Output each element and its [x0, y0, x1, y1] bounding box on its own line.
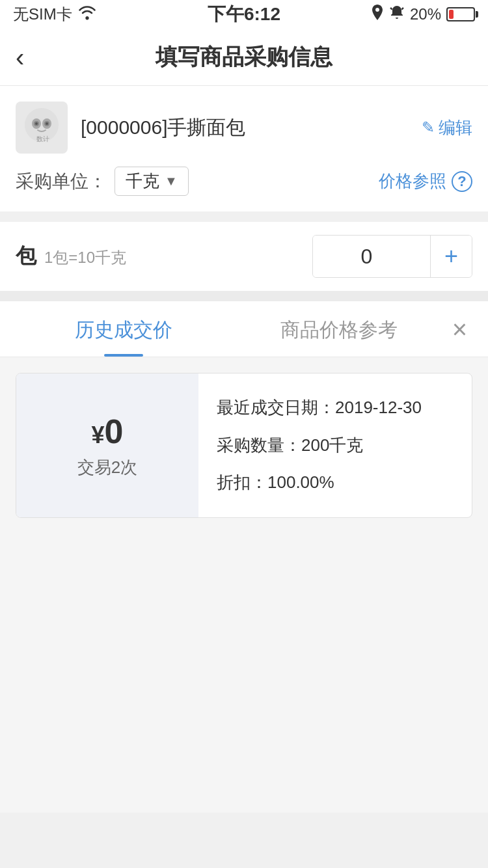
back-button[interactable]: ‹: [16, 44, 24, 70]
purchase-unit-left: 采购单位： 千克 ▼: [16, 167, 189, 196]
unit-dropdown[interactable]: 千克 ▼: [115, 167, 189, 196]
price-ref-label: 价格参照: [379, 170, 446, 193]
status-right: 20%: [371, 5, 475, 24]
bottom-area: [0, 552, 488, 813]
history-content: ¥0 交易2次 最近成交日期：2019-12-30 采购数量：200千克 折扣：…: [0, 357, 488, 552]
quantity-unit: 包: [16, 242, 36, 271]
svg-text:数计: 数计: [36, 135, 49, 142]
history-trades: 交易2次: [77, 456, 137, 479]
section-divider: [0, 291, 488, 301]
currency-symbol: ¥: [92, 422, 105, 448]
price-reference-button[interactable]: 价格参照 ?: [379, 170, 472, 193]
purchase-qty-row: 采购数量：200千克: [217, 432, 454, 459]
product-logo: 数计: [22, 105, 61, 150]
alarm-icon: [389, 5, 405, 24]
purchase-qty-value: 200千克: [301, 435, 363, 455]
tab-history-price[interactable]: 历史成交价: [16, 301, 231, 357]
history-card: ¥0 交易2次 最近成交日期：2019-12-30 采购数量：200千克 折扣：…: [16, 373, 472, 518]
purchase-unit-row: 采购单位： 千克 ▼ 价格参照 ?: [16, 167, 472, 196]
quantity-label: 包 1包=10千克: [16, 242, 126, 271]
location-icon: [371, 5, 384, 24]
edit-button[interactable]: ✎ 编辑: [422, 116, 472, 139]
history-price-section: ¥0 交易2次: [16, 373, 198, 517]
carrier-label: 无SIM卡: [13, 4, 72, 25]
quantity-conversion: 1包=10千克: [44, 247, 126, 268]
battery-percent: 20%: [410, 5, 441, 23]
svg-point-5: [35, 122, 38, 125]
product-info: 数计 [0000006]手撕面包: [16, 102, 245, 154]
discount-row: 折扣：100.00%: [217, 469, 454, 496]
dropdown-arrow-icon: ▼: [165, 174, 178, 189]
quantity-input[interactable]: [313, 236, 430, 277]
purchase-qty-label: 采购数量：: [217, 435, 301, 455]
status-left: 无SIM卡: [13, 4, 97, 25]
wifi-icon: [77, 5, 97, 24]
svg-point-6: [46, 122, 48, 125]
tabs-container: 历史成交价 商品价格参考 ×: [0, 301, 488, 357]
status-bar: 无SIM卡 下午6:12 20%: [0, 0, 488, 29]
product-card: 数计 [0000006]手撕面包 ✎ 编辑 采购单位： 千克 ▼ 价格参照: [0, 86, 488, 211]
product-thumbnail: 数计: [16, 102, 68, 154]
close-tab-button[interactable]: ×: [447, 316, 472, 342]
quantity-row: 包 1包=10千克 +: [0, 222, 488, 291]
quantity-plus-button[interactable]: +: [430, 236, 472, 277]
status-time: 下午6:12: [208, 2, 280, 27]
discount-value: 100.00%: [267, 472, 334, 492]
tab-price-reference[interactable]: 商品价格参考: [231, 301, 446, 357]
product-name: [0000006]手撕面包: [81, 115, 245, 141]
recent-date-label: 最近成交日期：: [217, 398, 335, 417]
history-details-section: 最近成交日期：2019-12-30 采购数量：200千克 折扣：100.00%: [198, 373, 472, 517]
battery-icon: [446, 7, 475, 21]
page-title: 填写商品采购信息: [156, 42, 332, 72]
history-price-display: ¥0: [92, 412, 124, 451]
edit-icon: ✎: [422, 118, 435, 137]
quantity-input-group: +: [312, 235, 472, 278]
price-value: 0: [105, 413, 124, 450]
recent-date-value: 2019-12-30: [335, 398, 422, 417]
product-top-row: 数计 [0000006]手撕面包 ✎ 编辑: [16, 102, 472, 154]
purchase-unit-label: 采购单位：: [16, 169, 107, 194]
recent-date-row: 最近成交日期：2019-12-30: [217, 394, 454, 422]
page-header: ‹ 填写商品采购信息: [0, 29, 488, 86]
help-icon: ?: [452, 171, 472, 192]
unit-value: 千克: [126, 170, 159, 193]
discount-label: 折扣：: [217, 472, 267, 492]
